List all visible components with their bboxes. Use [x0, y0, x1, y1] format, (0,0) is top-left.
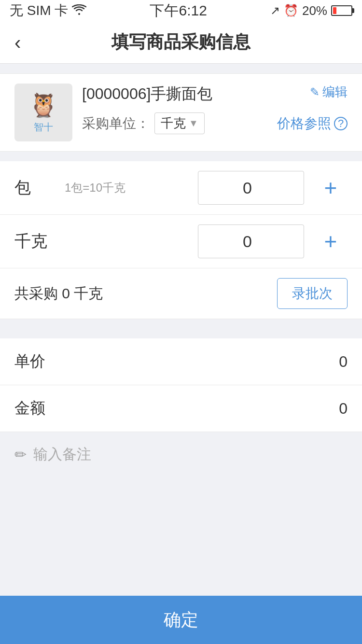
pack-input-section: 包 1包=10千克 + 千克 + 共采购 0 千克 录批次: [0, 161, 362, 319]
status-right: ↗ ⏰ 20%: [270, 3, 352, 18]
back-button[interactable]: ‹: [14, 33, 21, 52]
location-icon: ↗: [270, 4, 280, 17]
product-info: ✎ 编辑 [0000006]手撕面包 采购单位： 千克 ▼ 价格参照 ?: [82, 84, 348, 134]
status-left: 无 SIM 卡: [10, 1, 86, 20]
product-card: 🦉 智十 ✎ 编辑 [0000006]手撕面包 采购单位： 千克 ▼ 价格参照 …: [0, 73, 362, 152]
status-bar: 无 SIM 卡 下午6:12 ↗ ⏰ 20%: [0, 0, 362, 21]
product-thumbnail: 🦉 智十: [14, 84, 72, 141]
pack-input-row: 包 1包=10千克 +: [0, 161, 362, 215]
unit-price-label: 单价: [14, 351, 339, 372]
total-text: 共采购 0 千克: [14, 284, 277, 304]
section-separator-1: [0, 152, 362, 161]
unit-selector[interactable]: 采购单位： 千克 ▼: [82, 112, 205, 134]
battery-percent: 20%: [302, 3, 327, 18]
amount-value: 0: [339, 400, 348, 418]
kg-increment-button[interactable]: +: [314, 224, 348, 258]
carrier-text: 无 SIM 卡: [10, 1, 68, 20]
section-separator-2: [0, 319, 362, 329]
edit-button[interactable]: ✎ 编辑: [310, 84, 348, 100]
pack-label: 包: [14, 177, 53, 199]
remark-section[interactable]: ✏ 输入备注: [0, 432, 362, 477]
confirm-button[interactable]: 确定: [0, 596, 362, 644]
batch-record-button[interactable]: 录批次: [277, 278, 348, 309]
edit-icon: ✎: [310, 85, 320, 99]
page-title: 填写商品采购信息: [111, 30, 251, 54]
product-name: [0000006]手撕面包: [82, 84, 348, 105]
price-reference-button[interactable]: 价格参照 ?: [277, 114, 348, 133]
wifi-icon: [72, 3, 86, 18]
remark-placeholder: 输入备注: [33, 445, 91, 464]
price-ref-label: 价格参照: [277, 114, 331, 133]
pencil-icon: ✏: [14, 446, 27, 463]
kg-label: 千克: [14, 230, 53, 252]
unit-label: 采购单位：: [82, 114, 150, 133]
pack-sublabel: 1包=10千克: [65, 180, 125, 196]
product-unit-row: 采购单位： 千克 ▼ 价格参照 ?: [82, 112, 348, 134]
total-row: 共采购 0 千克 录批次: [0, 268, 362, 319]
pack-quantity-input[interactable]: [198, 171, 304, 205]
product-logo: 🦉: [29, 92, 58, 119]
time-display: 下午6:12: [150, 1, 207, 21]
unit-price-row: 单价 0: [0, 338, 362, 385]
edit-label: 编辑: [322, 84, 348, 100]
brand-label: 智十: [34, 121, 53, 134]
amount-row: 金额 0: [0, 385, 362, 432]
pack-increment-button[interactable]: +: [314, 171, 348, 205]
pricing-section: 单价 0 金额 0: [0, 338, 362, 432]
info-icon: ?: [334, 117, 348, 130]
kg-input-row: 千克 +: [0, 215, 362, 268]
unit-value: 千克: [161, 115, 186, 132]
alarm-icon: ⏰: [284, 4, 298, 17]
battery-icon: [331, 5, 352, 16]
dropdown-arrow-icon: ▼: [189, 118, 198, 129]
nav-bar: ‹ 填写商品采购信息: [0, 21, 362, 64]
kg-quantity-input[interactable]: [198, 224, 304, 258]
amount-label: 金额: [14, 398, 339, 419]
unit-select-dropdown[interactable]: 千克 ▼: [154, 112, 205, 134]
unit-price-value: 0: [339, 353, 348, 371]
